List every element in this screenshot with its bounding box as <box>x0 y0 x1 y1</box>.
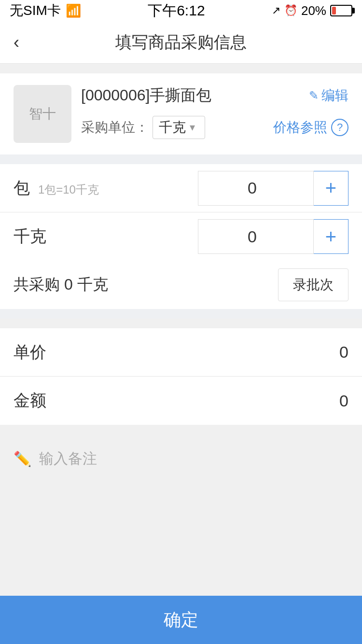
bao-input-control: + <box>198 171 348 206</box>
qianke-input-control: + <box>198 219 348 254</box>
price-ref-button[interactable]: 价格参照 ? <box>273 118 348 137</box>
unit-value: 千克 <box>159 118 186 137</box>
status-right: ↗ ⏰ 20% <box>272 3 352 18</box>
product-card: 智十 [0000006]手撕面包 ✎ 编辑 采购单位： 千克 ▾ 价格参照 ? <box>0 73 362 154</box>
alarm-icon: ⏰ <box>284 4 297 17</box>
unit-label: 采购单位： <box>81 118 149 137</box>
bao-label: 包 <box>14 179 30 197</box>
product-logo-text: 智十 <box>29 105 56 123</box>
back-button[interactable]: ‹ <box>14 32 19 53</box>
price-section: 单价 0 金额 0 <box>0 328 362 425</box>
edit-icon: ✎ <box>309 89 319 102</box>
remark-placeholder: 输入备注 <box>39 449 97 469</box>
unit-price-label: 单价 <box>14 341 46 364</box>
total-purchase-text: 共采购 0 千克 <box>14 274 108 295</box>
qianke-label: 千克 <box>14 227 46 245</box>
price-ref-label: 价格参照 <box>273 118 327 137</box>
chevron-down-icon: ▾ <box>190 121 195 134</box>
bao-plus-button[interactable]: + <box>314 171 348 206</box>
pencil-icon: ✏️ <box>14 450 31 467</box>
nav-bar: ‹ 填写商品采购信息 <box>0 21 362 64</box>
edit-label: 编辑 <box>321 86 348 105</box>
bao-input-row: 包 1包=10千克 + <box>0 164 362 212</box>
qianke-plus-button[interactable]: + <box>314 219 348 254</box>
section-divider-2 <box>0 309 362 319</box>
remark-section[interactable]: ✏️ 输入备注 <box>0 434 362 483</box>
amount-label: 金额 <box>14 390 46 412</box>
product-name-row: [0000006]手撕面包 ✎ 编辑 <box>81 85 348 106</box>
status-bar: 无SIM卡 📶 下午6:12 ↗ ⏰ 20% <box>0 0 362 21</box>
input-section: 包 1包=10千克 + 千克 + <box>0 164 362 261</box>
wifi-icon: 📶 <box>66 3 81 18</box>
unit-dropdown[interactable]: 千克 ▾ <box>153 116 205 139</box>
product-image: 智十 <box>14 85 71 143</box>
bao-quantity-input[interactable] <box>198 171 314 206</box>
page-title: 填写商品采购信息 <box>115 31 247 54</box>
bao-label-wrap: 包 1包=10千克 <box>14 177 198 199</box>
unit-select-wrap: 采购单位： 千克 ▾ <box>81 116 205 139</box>
qianke-input-row: 千克 + <box>0 212 362 261</box>
section-divider-1 <box>0 154 362 164</box>
battery-icon <box>330 5 352 16</box>
bao-sublabel: 1包=10千克 <box>38 183 99 196</box>
summary-row: 共采购 0 千克 录批次 <box>0 261 362 309</box>
qianke-label-wrap: 千克 <box>14 225 198 248</box>
carrier-text: 无SIM卡 <box>10 1 61 20</box>
status-left: 无SIM卡 📶 <box>10 1 81 20</box>
product-full-name: [0000006]手撕面包 <box>81 85 211 106</box>
unit-price-row: 单价 0 <box>0 328 362 377</box>
batch-button[interactable]: 录批次 <box>278 268 348 301</box>
unit-price-value: 0 <box>339 343 348 362</box>
location-icon: ↗ <box>272 4 280 17</box>
edit-button[interactable]: ✎ 编辑 <box>309 86 348 105</box>
confirm-button[interactable]: 确定 <box>0 596 362 644</box>
battery-percent: 20% <box>301 3 326 18</box>
amount-row: 金额 0 <box>0 377 362 425</box>
amount-value: 0 <box>339 392 348 410</box>
help-icon: ? <box>331 119 348 136</box>
status-time: 下午6:12 <box>148 1 205 21</box>
qianke-quantity-input[interactable] <box>198 219 314 254</box>
product-info: [0000006]手撕面包 ✎ 编辑 采购单位： 千克 ▾ 价格参照 ? <box>81 85 348 139</box>
unit-row: 采购单位： 千克 ▾ 价格参照 ? <box>81 116 348 139</box>
